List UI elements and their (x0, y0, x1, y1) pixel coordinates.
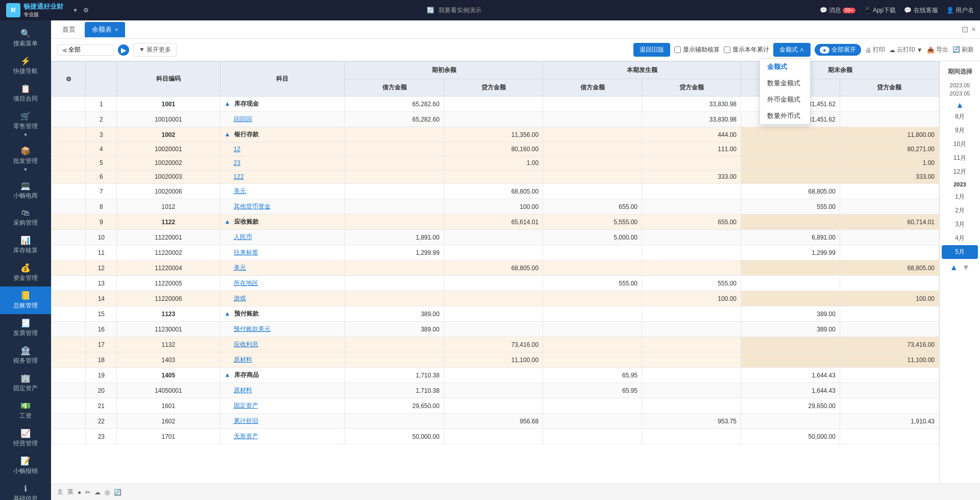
settings-gear-icon[interactable]: ⚙ (83, 7, 89, 14)
sidebar-item-capital[interactable]: 💰 资金管理 (0, 259, 51, 287)
sidebar-item-salary[interactable]: 💵 工资 (0, 397, 51, 424)
sidebar-item-wholesale[interactable]: 📦 批发管理 ▼ (0, 142, 51, 177)
amount-style-btn[interactable]: 金额式 ∧ (773, 43, 811, 57)
row-subject[interactable]: 应收利息 (220, 337, 345, 352)
row-setting-cell (52, 322, 86, 337)
search-forward-btn[interactable]: ▶ (118, 44, 129, 56)
search-input[interactable] (68, 46, 109, 54)
sidebar-item-purchase[interactable]: 🛍 采购管理 (0, 204, 51, 231)
user-avatar[interactable]: 👤 用户名 (946, 6, 974, 15)
sidebar-item-fixed-assets[interactable]: 🏢 固定资产 (0, 369, 51, 397)
row-no: 15 (86, 306, 117, 322)
message-badge: 99+ (843, 8, 855, 13)
dropdown-item-amount[interactable]: 金额式 (760, 59, 810, 75)
sidebar-item-basic-info[interactable]: ℹ 基础信息 (0, 480, 51, 500)
bottom-icon-en[interactable]: 英 (67, 488, 74, 496)
row-subject[interactable]: 回回回 (220, 112, 345, 127)
show-year-total-check[interactable]: 显示本年累计 (724, 45, 769, 54)
year-total-checkbox[interactable] (724, 46, 730, 53)
period-nav-down[interactable]: ▼ (962, 263, 970, 272)
row-subject[interactable]: ▲ 预付账款 (220, 306, 345, 322)
settings-cog-icon[interactable]: ⚙ (66, 76, 71, 83)
tab-home[interactable]: 首页 (55, 22, 83, 37)
month-11[interactable]: 11月 (940, 151, 980, 165)
month-10[interactable]: 10月 (940, 137, 980, 151)
search-box[interactable]: ◀ (57, 44, 114, 56)
sidebar-item-search[interactable]: 🔍 搜索菜单 (0, 25, 51, 52)
th-setting[interactable]: ⚙ (52, 62, 86, 97)
restore-icon[interactable]: × (971, 25, 976, 34)
row-subject[interactable]: 游戏 (220, 291, 345, 306)
dropdown-item-qty-foreign[interactable]: 数量外币式 (760, 108, 810, 124)
sidebar-item-project[interactable]: 📋 项目合同 (0, 80, 51, 107)
sidebar-item-inventory[interactable]: 📊 库存核算 (0, 231, 51, 259)
print-btn[interactable]: 🖨 打印 (865, 45, 885, 54)
maximize-icon[interactable]: ⊡ (962, 25, 968, 34)
bottom-icon-refresh[interactable]: 🔄 (114, 489, 121, 496)
table-row: 16 11230001 预付账款美元 389.00 389.00 (52, 322, 939, 337)
row-subject[interactable]: 原材料 (220, 352, 345, 368)
row-subject[interactable]: 累计折旧 (220, 414, 345, 429)
th-init-debit: 借方金额 (345, 79, 444, 97)
sidebar-item-tax[interactable]: 🏦 税务管理 (0, 342, 51, 369)
month-4[interactable]: 4月 (940, 231, 980, 245)
sidebar-item-ecommerce[interactable]: 💻 小畅电商 (0, 177, 51, 204)
expand-all-toggle[interactable]: ● 全部展开 (815, 44, 861, 56)
row-subject[interactable]: 12 (220, 142, 345, 156)
row-subject[interactable]: 美元 (220, 260, 345, 276)
bottom-icon-circle[interactable]: ◎ (105, 489, 110, 496)
demo-link[interactable]: 我要看实例演示 (438, 6, 481, 15)
bottom-icon-cloud[interactable]: ☁ (94, 489, 101, 496)
sidebar-item-quick-nav[interactable]: ⚡ 快捷导航 (0, 52, 51, 80)
row-subject[interactable]: ▲ 应收账款 (220, 215, 345, 230)
row-subject[interactable]: ▲ 银行存款 (220, 127, 345, 142)
month-1[interactable]: 1月 (940, 190, 980, 204)
period-up-arrow[interactable]: ▲ (956, 101, 964, 110)
app-download[interactable]: 📱 App下载 (864, 6, 896, 15)
sidebar-item-invoice[interactable]: 🧾 发票管理 (0, 314, 51, 342)
year-2023[interactable]: 2023 (940, 179, 980, 190)
row-subject[interactable]: 美元 (220, 184, 345, 199)
bottom-icon-edit[interactable]: ✏ (85, 489, 90, 496)
message-area[interactable]: 💬 消息 99+ (820, 6, 856, 15)
row-subject[interactable]: 原材料 (220, 383, 345, 398)
row-subject[interactable]: 无形资产 (220, 429, 345, 444)
row-curr-credit: 33,830.98 (642, 97, 741, 112)
sidebar-item-expense[interactable]: 📝 小畅报销 (0, 452, 51, 480)
online-service[interactable]: 💬 在线客服 (904, 6, 938, 15)
row-end-debit (741, 170, 840, 184)
row-subject[interactable]: 固定资产 (220, 398, 345, 414)
row-subject[interactable]: 预付账款美元 (220, 322, 345, 337)
month-5[interactable]: 5月 (942, 245, 978, 259)
row-subject[interactable]: 122 (220, 170, 345, 184)
auxiliary-checkbox[interactable] (674, 46, 681, 53)
bottom-icon-main[interactable]: 主 (57, 488, 63, 496)
row-subject[interactable]: 所在地区 (220, 276, 345, 291)
sidebar-item-management[interactable]: 📈 经营管理 (0, 424, 51, 452)
month-2[interactable]: 2月 (940, 204, 980, 218)
row-subject[interactable]: ▲ 库存现金 (220, 97, 345, 112)
return-old-version-btn[interactable]: 退回旧版 (633, 43, 670, 57)
sidebar-item-ledger[interactable]: 📒 总账管理 (0, 287, 51, 314)
row-init-credit: 956.68 (444, 414, 543, 429)
sidebar-item-retail[interactable]: 🛒 零售管理 ▼ (0, 107, 51, 142)
period-nav-up[interactable]: ▲ (950, 263, 958, 272)
month-12[interactable]: 12月 (940, 165, 980, 179)
row-subject[interactable]: 23 (220, 156, 345, 170)
month-8[interactable]: 8月 (940, 110, 980, 124)
expand-more-btn[interactable]: ▼ 展开更多 (133, 43, 177, 57)
show-auxiliary-check[interactable]: 显示辅助核算 (674, 45, 720, 54)
dropdown-item-qty-amount[interactable]: 数量金额式 (760, 75, 810, 91)
month-9[interactable]: 9月 (940, 124, 980, 137)
row-subject[interactable]: ▲ 库存商品 (220, 368, 345, 383)
export-btn[interactable]: 📤 导出 (927, 45, 948, 54)
row-subject[interactable]: 人民币 (220, 230, 345, 245)
month-3[interactable]: 3月 (940, 218, 980, 231)
tab-balance-sheet[interactable]: 余额表 × (85, 22, 125, 37)
row-subject[interactable]: 其他货币资金 (220, 199, 345, 215)
row-subject[interactable]: 往来标签 (220, 245, 345, 260)
cloud-print-btn[interactable]: ☁ 云打印 ▼ (889, 45, 923, 54)
dropdown-item-foreign-amount[interactable]: 外币金额式 (760, 91, 810, 108)
refresh-btn[interactable]: 🔄 刷新 (952, 45, 974, 54)
tab-close-icon[interactable]: × (115, 27, 118, 33)
